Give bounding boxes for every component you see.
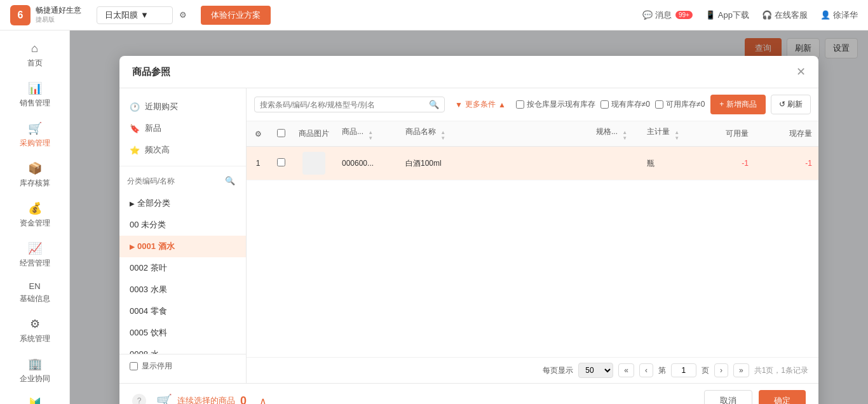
warehouse-stock-checkbox[interactable] xyxy=(516,100,524,109)
arrow-active-icon: ▶ xyxy=(130,243,135,250)
more-filter-button[interactable]: ▼ 更多条件 ▲ xyxy=(450,97,511,112)
modal-body: 🕐 近期购买 🔖 新品 ⭐ 频次高 xyxy=(119,88,818,383)
modal-footer: ? 🛒 连续选择的商品 0 ∧ 取消 确定 xyxy=(119,383,818,404)
help-icon[interactable]: ? xyxy=(132,394,146,404)
refresh-modal-button[interactable]: ↺ 刷新 xyxy=(771,95,811,114)
display-disabled-checkbox[interactable] xyxy=(130,362,138,370)
col-header-img: 商品图片 xyxy=(292,121,336,147)
row-code: 000600... xyxy=(336,147,399,180)
row-checkbox[interactable] xyxy=(277,158,285,166)
product-search-box: 🔍 xyxy=(254,97,445,112)
filter-actions: + 新增商品 ↺ 刷新 xyxy=(710,95,811,114)
add-product-button[interactable]: + 新增商品 xyxy=(710,95,765,114)
next-page-button[interactable]: › xyxy=(714,363,728,377)
page-input[interactable] xyxy=(671,363,696,377)
sidebar-item-finance[interactable]: 💰 资金管理 xyxy=(0,195,69,235)
product-table: ⚙ 商品图片 商品... ▲▼ xyxy=(247,121,818,180)
category-item-0004[interactable]: 0004 零食 xyxy=(119,300,246,322)
modal-close-button[interactable]: ✕ xyxy=(796,65,806,79)
row-spec xyxy=(590,147,641,180)
top-nav: 6 畅捷通好生意 捷易版 日太阳膜 ▼ ⚙ 体验行业方案 💬 消息 99+ 📱 … xyxy=(0,0,868,30)
arrow-right-icon: ▶ xyxy=(130,200,135,207)
category-item-0005[interactable]: 0005 饮料 xyxy=(119,322,246,344)
table-row[interactable]: 1 000600... 白酒100ml xyxy=(247,147,818,180)
prev-page-button[interactable]: ‹ xyxy=(639,363,653,377)
footer-actions: 取消 确定 xyxy=(704,390,806,404)
current-stock-filter[interactable]: 现有库存≠0 xyxy=(600,99,650,110)
row-checkbox-cell[interactable] xyxy=(269,147,292,180)
category-item-0002[interactable]: 0002 茶叶 xyxy=(119,257,246,279)
cart-label: 连续选择的商品 xyxy=(177,395,235,404)
category-panel: 🕐 近期购买 🔖 新品 ⭐ 频次高 xyxy=(119,88,247,383)
nav-right: 💬 消息 99+ 📱 App下载 🎧 在线客服 👤 徐泽华 xyxy=(642,10,858,21)
category-all[interactable]: ▶ 全部分类 xyxy=(119,192,246,214)
row-stock: -1 xyxy=(755,147,818,180)
category-search-area: 🔍 《 xyxy=(119,169,246,192)
messages-nav-item[interactable]: 💬 消息 99+ xyxy=(642,10,693,21)
sidebar-item-operations[interactable]: 📈 经营管理 xyxy=(0,235,69,275)
sidebar-item-sales[interactable]: 📊 销售管理 xyxy=(0,75,69,115)
guide-icon: 🔰 xyxy=(28,397,42,404)
sidebar-item-system[interactable]: ⚙ 系统管理 xyxy=(0,311,69,351)
row-available: -1 xyxy=(691,147,755,180)
col-header-spec[interactable]: 规格... ▲▼ xyxy=(590,121,641,147)
finance-icon: 💰 xyxy=(28,201,42,215)
category-item-0008[interactable]: 0008 水 xyxy=(119,344,246,354)
category-item-0001[interactable]: ▶ 0001 酒水 xyxy=(119,236,246,257)
col-header-unit[interactable]: 主计量 ▲▼ xyxy=(641,121,691,147)
last-page-button[interactable]: » xyxy=(733,363,749,377)
available-stock-filter[interactable]: 可用库存≠0 xyxy=(655,99,705,110)
sidebar-item-inventory[interactable]: 📦 库存核算 xyxy=(0,155,69,195)
quick-high-frequency[interactable]: ⭐ 频次高 xyxy=(119,139,246,161)
cancel-button[interactable]: 取消 xyxy=(704,390,752,404)
sidebar-item-basics[interactable]: EN 基础信息 xyxy=(0,275,69,311)
sidebar-item-purchase[interactable]: 🛒 采购管理 xyxy=(0,115,69,155)
available-stock-checkbox[interactable] xyxy=(655,100,663,109)
current-stock-checkbox[interactable] xyxy=(600,100,609,109)
per-page-select[interactable]: 50 100 200 xyxy=(578,363,613,378)
row-name: 白酒100ml xyxy=(399,147,590,180)
category-item-0003[interactable]: 0003 水果 xyxy=(119,279,246,300)
main-content: 查询 刷新 设置 商品参照 ✕ 🕐 近期购买 xyxy=(70,30,868,404)
app-download-nav-item[interactable]: 📱 App下载 xyxy=(705,10,749,21)
message-badge: 99+ xyxy=(675,11,693,19)
warehouse-stock-filter[interactable]: 按仓库显示现有库存 xyxy=(516,99,595,110)
col-header-settings[interactable]: ⚙ xyxy=(247,121,269,147)
search-icon[interactable]: 🔍 xyxy=(429,100,439,109)
collapse-footer-button[interactable]: ∧ xyxy=(259,395,267,405)
col-header-checkbox[interactable] xyxy=(269,121,292,147)
sidebar-item-home[interactable]: ⌂ 首页 xyxy=(0,36,69,75)
logo-area: 6 畅捷通好生意 捷易版 xyxy=(10,5,86,25)
settings-button[interactable]: ⚙ xyxy=(173,5,193,25)
experience-btn[interactable]: 体验行业方案 xyxy=(201,6,271,25)
col-header-code[interactable]: 商品... ▲▼ xyxy=(336,121,399,147)
product-search-input[interactable] xyxy=(260,100,426,109)
quick-recent-purchase[interactable]: 🕐 近期购买 xyxy=(119,96,246,118)
sidebar-item-collab[interactable]: 🏢 企业协同 xyxy=(0,351,69,391)
collapse-panel-button[interactable]: 《 xyxy=(238,173,247,189)
cart-icon[interactable]: 🛒 xyxy=(156,393,172,404)
category-search-icon[interactable]: 🔍 xyxy=(225,176,235,185)
star-icon: ⭐ xyxy=(130,145,140,155)
cart-area: 🛒 连续选择的商品 0 xyxy=(156,393,247,404)
sidebar-item-guide[interactable]: 🔰 新手引导 xyxy=(0,391,69,404)
home-icon: ⌂ xyxy=(31,42,38,55)
pagination-info: 共1页，1条记录 xyxy=(754,365,808,376)
select-all-checkbox[interactable] xyxy=(277,129,285,137)
category-item-00[interactable]: 00 未分类 xyxy=(119,214,246,236)
purchase-icon: 🛒 xyxy=(28,121,42,135)
col-header-name[interactable]: 商品名称 ▲▼ xyxy=(399,121,590,147)
col-header-available: 可用量 xyxy=(691,121,755,147)
display-disabled-area: 显示停用 xyxy=(119,354,246,378)
pagination-bar: 每页显示 50 100 200 « ‹ 第 页 › » 共1页，1条记 xyxy=(247,357,818,383)
user-avatar-nav-item[interactable]: 👤 徐泽华 xyxy=(820,10,858,21)
category-search-input[interactable] xyxy=(127,177,222,185)
first-page-button[interactable]: « xyxy=(618,363,634,377)
online-service-nav-item[interactable]: 🎧 在线客服 xyxy=(762,10,808,21)
product-img xyxy=(302,152,325,175)
confirm-button[interactable]: 确定 xyxy=(759,390,806,404)
quick-new-products[interactable]: 🔖 新品 xyxy=(119,118,246,139)
filter-icon: ▼ xyxy=(455,100,463,109)
clock-icon: 🕐 xyxy=(130,102,140,112)
nav-selector[interactable]: 日太阳膜 ▼ xyxy=(97,6,173,24)
